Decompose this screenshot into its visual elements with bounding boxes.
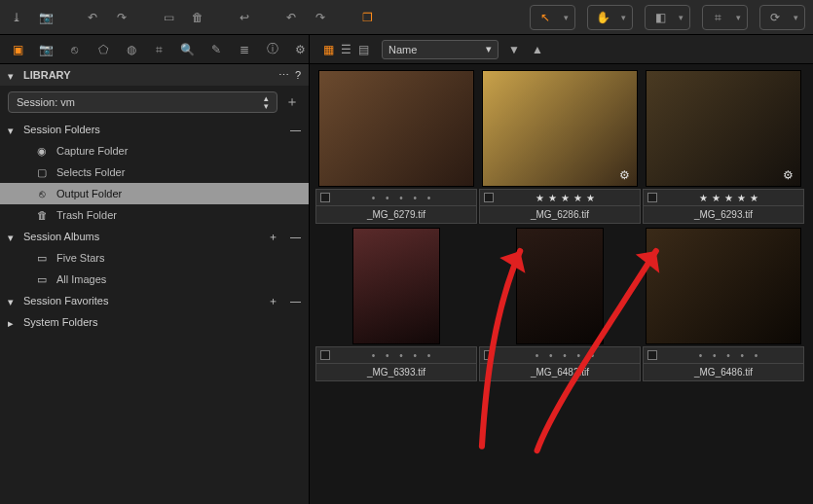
chevron-down-icon[interactable]: ▾ [794,13,798,22]
thumbnail-cell[interactable]: ⚙★★★★★_MG_6293.tif [643,68,804,224]
library-tree: ▾Session Folders—◉Capture Folder▢Selects… [0,119,309,333]
list-icon[interactable]: ≣ [236,41,252,58]
chevron-down-icon[interactable]: ▾ [736,13,741,22]
tree-item[interactable]: ▭Five Stars [0,247,309,269]
clock-icon[interactable]: ⟳ [766,9,784,26]
thumbnail-cell[interactable]: • • • • •_MG_6393.tif [315,226,477,381]
capture-folder-icon: ◉ [35,144,49,158]
tree-section-header[interactable]: ▾Session Albums＋ — [0,226,309,247]
help-icon[interactable]: ? [295,69,301,81]
crop-icon[interactable]: ⌗ [709,9,726,26]
tree-item[interactable]: ▢Selects Folder [0,162,309,183]
info-icon[interactable]: ⓘ [264,41,280,58]
move-icon[interactable]: ▭ [160,9,177,26]
chevron-down-icon: ▾ [8,296,18,306]
tree-item[interactable]: ⎋Output Folder [0,183,309,204]
sort-down-icon[interactable]: ▼ [508,43,522,56]
thumbnail-filename: _MG_6279.tif [315,206,477,224]
library-sidebar: ▾ LIBRARY ⋯ ? Session: vm ▴▾ ＋ ▾Session … [0,64,310,504]
select-checkbox[interactable] [647,193,657,202]
tree-section-header[interactable]: ▾Session Folders— [0,119,309,140]
adjust-icon[interactable]: ◍ [123,41,139,58]
add-button[interactable]: ＋ [268,294,278,308]
chevron-down-icon[interactable]: ▾ [564,13,569,22]
list-view-icon[interactable]: ☰ [337,41,354,58]
tree-item[interactable]: 🗑Trash Folder [0,204,309,226]
chevron-down-icon[interactable]: ▾ [679,13,684,22]
loupe-icon[interactable]: 🔍 [179,41,196,58]
sort-up-icon[interactable]: ▲ [532,43,545,56]
grid-view-icon[interactable]: ▦ [319,41,337,58]
tree-item[interactable]: ▭All Images [0,269,309,290]
thumbnail-filename: _MG_6482.tif [479,364,641,381]
undo-small-icon[interactable]: ↩ [236,9,253,26]
select-checkbox[interactable] [320,193,330,202]
rating-stars[interactable]: • • • • • [498,350,636,361]
thumbnail-cell[interactable]: • • • • •_MG_6486.tif [643,226,804,381]
ellipsis-icon[interactable]: ⋯ [278,69,289,82]
brush-icon[interactable]: ✎ [207,41,224,58]
trash-icon[interactable]: 🗑 [189,9,206,26]
link-icon[interactable]: ⎋ [66,41,83,58]
windows-icon[interactable]: ❐ [358,9,376,26]
select-checkbox[interactable] [484,350,494,360]
rating-stars[interactable]: • • • • • [334,193,472,203]
hand-icon[interactable]: ✋ [594,9,611,26]
session-dropdown[interactable]: Session: vm ▴▾ [8,91,277,113]
topbar-tool-group: ⟳▾ [759,5,805,30]
tool-tabs-bar: ▣📷⎋⬠◍⌗🔍✎≣ⓘ⚙ ▦☰▤ Name ▾ ▼ ▲ [0,35,813,64]
library-header[interactable]: ▾ LIBRARY ⋯ ? [0,64,309,86]
library-icon[interactable]: ▣ [10,41,26,58]
crop2-icon[interactable]: ⌗ [151,41,167,58]
collapse-button[interactable]: — [290,124,301,135]
select-checkbox[interactable] [647,350,657,360]
remove-button[interactable]: — [290,231,301,242]
tree-item[interactable]: ◉Capture Folder [0,140,309,162]
tree-item-label: Five Stars [56,252,105,264]
rating-stars[interactable]: • • • • • [334,350,472,361]
white-balance-icon[interactable]: ◧ [651,9,669,26]
rating-stars[interactable]: ★★★★★ [661,193,799,203]
chevron-down-icon[interactable]: ▾ [621,13,626,22]
remove-button[interactable]: — [290,295,301,306]
add-button[interactable]: ＋ [268,230,278,244]
thumbnail-image[interactable]: ⚙ [482,70,638,187]
topbar-left-group: ⤓📷↶↷▭🗑↩↶↷❐ [8,9,376,26]
capture-icon[interactable]: 📷 [38,41,55,58]
filmstrip-icon[interactable]: ▤ [354,41,372,58]
rating-stars[interactable]: ★★★★★ [498,193,636,203]
chevron-down-icon: ▾ [8,125,18,134]
tree-item-label: Output Folder [56,188,122,199]
select-checkbox[interactable] [320,350,330,360]
thumbnail-browser: • • • • •_MG_6279.tif⚙★★★★★_MG_6286.tif⚙… [310,64,813,504]
add-session-button[interactable]: ＋ [283,93,301,111]
chevron-updown-icon: ▴▾ [264,94,269,110]
import-icon[interactable]: ⤓ [8,9,25,26]
select-checkbox[interactable] [484,193,494,202]
adjustments-badge-icon: ⚙ [783,168,796,182]
selects-folder-icon: ▢ [35,165,49,179]
thumbnail-cell[interactable]: • • • • •_MG_6482.tif [479,226,641,381]
tree-section-header[interactable]: ▾Session Favorites＋ — [0,290,309,311]
rotate-left-icon[interactable]: ↶ [84,9,101,26]
thumbnail-image[interactable] [318,70,474,187]
cursor-icon[interactable]: ↖ [536,9,554,26]
rating-stars[interactable]: • • • • • [661,350,799,361]
thumbnail-image[interactable] [352,228,440,344]
rotate-right-icon[interactable]: ↷ [113,9,130,26]
thumbnail-cell[interactable]: • • • • •_MG_6279.tif [315,68,477,224]
thumbnail-cell[interactable]: ⚙★★★★★_MG_6286.tif [479,68,641,224]
session-label: Session: vm [17,96,75,108]
tree-item-label: Selects Folder [56,166,125,178]
gear-icon[interactable]: ⚙ [292,41,309,58]
polygon-icon[interactable]: ⬠ [94,41,111,58]
redo-icon[interactable]: ↷ [312,9,329,26]
thumbnail-image[interactable]: ⚙ [646,70,801,187]
undo-icon[interactable]: ↶ [282,9,300,26]
thumbnail-image[interactable] [646,228,801,344]
tree-section-header[interactable]: ▸System Folders [0,311,309,333]
thumbnail-image[interactable] [516,228,604,344]
chevron-down-icon: ▾ [8,232,18,241]
camera-icon[interactable]: 📷 [37,9,55,26]
sort-dropdown[interactable]: Name ▾ [382,40,499,59]
